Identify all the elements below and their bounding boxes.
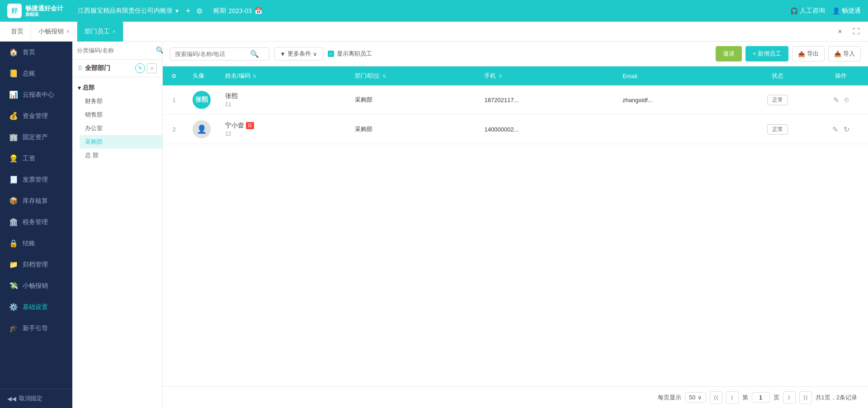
last-page-btn[interactable]: ⟩⟩ [799, 391, 812, 404]
guide-icon: 🎓 [9, 324, 18, 333]
sidebar-item-expense[interactable]: 💸 小畅报销 [0, 275, 72, 296]
edit-btn-2[interactable]: ✎ [832, 125, 838, 134]
page-size-chevron: ∨ [698, 394, 702, 401]
dept-collapse-btn[interactable]: « [147, 63, 157, 73]
grid-icon: ⠿ [78, 65, 82, 72]
sidebar-item-tax-label: 税务管理 [23, 218, 48, 226]
col-settings[interactable]: ⚙ [163, 66, 185, 85]
invite-label: 邀请 [723, 50, 735, 57]
sidebar-item-home[interactable]: 🏠 首页 [0, 42, 72, 63]
sidebar-item-salary[interactable]: 👷 工资 [0, 148, 72, 169]
dept-item-sales-label: 销售部 [85, 111, 103, 119]
dept-panel: 🔍 ⠿ 全部部门 ✎ « ▾ 总部 财务部 [72, 42, 163, 408]
dept-search-input[interactable] [77, 47, 153, 54]
tab-expand-btn[interactable]: ⛶ [850, 25, 863, 38]
sidebar-item-tax[interactable]: 🏛️ 税务管理 [0, 211, 72, 233]
tab-close-btn[interactable]: × [834, 25, 846, 38]
expense-icon: 💸 [9, 281, 18, 290]
checkbox-checked-icon: ✓ [328, 51, 334, 57]
sidebar-item-funds[interactable]: 💰 资金管理 [0, 105, 72, 127]
sidebar-item-invoice[interactable]: 🧾 发票管理 [0, 169, 72, 190]
row-phone-2: 140000002... [477, 115, 615, 144]
dropdown-icon: ▾ [175, 7, 179, 14]
user-btn[interactable]: 👤 畅捷通 [832, 7, 861, 15]
avatar-ning: 👤 [193, 120, 211, 138]
sidebar-item-funds-label: 资金管理 [23, 112, 48, 120]
show-resigned-label: 显示离职员工 [337, 50, 372, 58]
sidebar-item-assets-label: 固定资产 [23, 133, 48, 141]
period-selector[interactable]: 账期 2023-03 📅 [213, 7, 262, 15]
row-email-1: zhangxidf... [615, 85, 741, 115]
sidebar-item-assets[interactable]: 🏢 固定资产 [0, 127, 72, 148]
tabbar: 首页 小畅报销 × 部门员工 × × ⛶ [0, 22, 868, 42]
filter-btn[interactable]: ▼ 更多条件 ∨ [274, 47, 323, 61]
dept-item-office[interactable]: 办公室 [80, 122, 162, 135]
support-btn[interactable]: 🎧 人工咨询 [790, 7, 825, 15]
logo-text: 畅捷通好会计 旗舰版 [25, 5, 63, 18]
search-icon[interactable]: 🔍 [250, 50, 259, 58]
logo-icon: 好 [7, 4, 22, 18]
logout-btn-1[interactable]: ⎋ [844, 96, 849, 104]
sidebar-item-ledger[interactable]: 📒 总账 [0, 63, 72, 84]
emp-name-2: 宁小壹 [225, 122, 244, 130]
show-resigned-checkbox[interactable]: ✓ 显示离职员工 [328, 50, 372, 58]
dept-item-finance[interactable]: 财务部 [80, 94, 162, 108]
import-btn[interactable]: 📥 导入 [828, 46, 861, 61]
prev-page-btn[interactable]: ⟨ [726, 391, 739, 404]
tab-xiaochang-label: 小畅报销 [38, 28, 64, 36]
dept-group-label: 总部 [83, 84, 94, 92]
employee-search-input[interactable] [175, 51, 247, 57]
row-email-2 [615, 115, 741, 144]
emp-code-1: 11 [225, 101, 340, 108]
invite-btn[interactable]: 邀请 [716, 46, 742, 61]
tab-xiaochang-close[interactable]: × [66, 28, 70, 35]
main-layout: 🏠 首页 📒 总账 📊 云报表中心 💰 资金管理 🏢 固定资产 👷 工资 🧾 发… [0, 42, 868, 408]
sidebar-item-guide[interactable]: 🎓 新手引导 [0, 318, 72, 339]
tab-xiaochang[interactable]: 小畅报销 × [31, 22, 77, 42]
sidebar-item-settings[interactable]: ⚙️ 基础设置 [0, 296, 72, 318]
ying-badge: 应 [246, 122, 254, 129]
add-icon[interactable]: + [186, 6, 191, 16]
tab-dept-employee[interactable]: 部门员工 × [77, 22, 123, 42]
sidebar-item-close-label: 结账 [23, 239, 35, 248]
company-selector[interactable]: 江西服宝精品有限责任公司内账张 ▾ [78, 7, 179, 15]
cancel-pin-btn[interactable]: ◀◀ 取消固定 [0, 389, 72, 408]
sidebar-item-reports[interactable]: 📊 云报表中心 [0, 84, 72, 105]
first-page-btn[interactable]: ⟨⟨ [710, 391, 722, 404]
ledger-icon: 📒 [9, 69, 18, 78]
col-dept[interactable]: 部门/职位 ⇅ [348, 66, 477, 85]
sidebar-item-archive[interactable]: 📁 归档管理 [0, 254, 72, 275]
dept-item-hq[interactable]: 总 部 [80, 149, 162, 162]
export-btn[interactable]: 📤 导出 [792, 46, 825, 61]
page-size-select[interactable]: 50 ∨ [685, 392, 706, 403]
status-badge-1: 正常 [767, 95, 788, 105]
sidebar-item-guide-label: 新手引导 [23, 324, 48, 333]
settings-gear-icon[interactable]: ⚙ [196, 7, 203, 15]
add-employee-btn[interactable]: + 新增员工 [745, 46, 788, 61]
edit-btn-1[interactable]: ✎ [833, 96, 839, 104]
dept-item-sales[interactable]: 销售部 [80, 108, 162, 122]
col-name[interactable]: 姓名/编码 ⇅ [218, 66, 348, 85]
sidebar-item-reports-label: 云报表中心 [23, 91, 54, 99]
page-input[interactable] [752, 392, 770, 403]
dept-edit-btn[interactable]: ✎ [135, 63, 145, 73]
sidebar-item-inventory[interactable]: 📦 库存核算 [0, 190, 72, 211]
row-avatar-2: 👤 [185, 115, 218, 144]
tab-dept-close[interactable]: × [113, 28, 116, 35]
dept-item-purchase[interactable]: 采购部 [80, 135, 162, 149]
tab-home[interactable]: 首页 [4, 22, 31, 42]
table-header-row: ⚙ 头像 姓名/编码 ⇅ 部门/职位 ⇅ 手机 ⇅ Email 状态 操作 [163, 66, 868, 85]
col-phone[interactable]: 手机 ⇅ [477, 66, 615, 85]
dept-group-general[interactable]: ▾ 总部 [72, 81, 162, 94]
next-page-btn[interactable]: ⟩ [783, 391, 796, 404]
pin-icon: ◀◀ [7, 395, 16, 402]
filter-label: 更多条件 [288, 50, 311, 58]
sidebar-item-close[interactable]: 🔒 结账 [0, 233, 72, 254]
refresh-btn-2[interactable]: ↻ [844, 125, 849, 134]
col-actions: 操作 [814, 66, 868, 85]
row-phone-1: 187202117... [477, 85, 615, 115]
row-index-2: 2 [163, 115, 185, 144]
page-label: 第 [742, 394, 748, 402]
row-status-1: 正常 [741, 85, 814, 115]
checkmark-icon: ✓ [329, 52, 333, 56]
